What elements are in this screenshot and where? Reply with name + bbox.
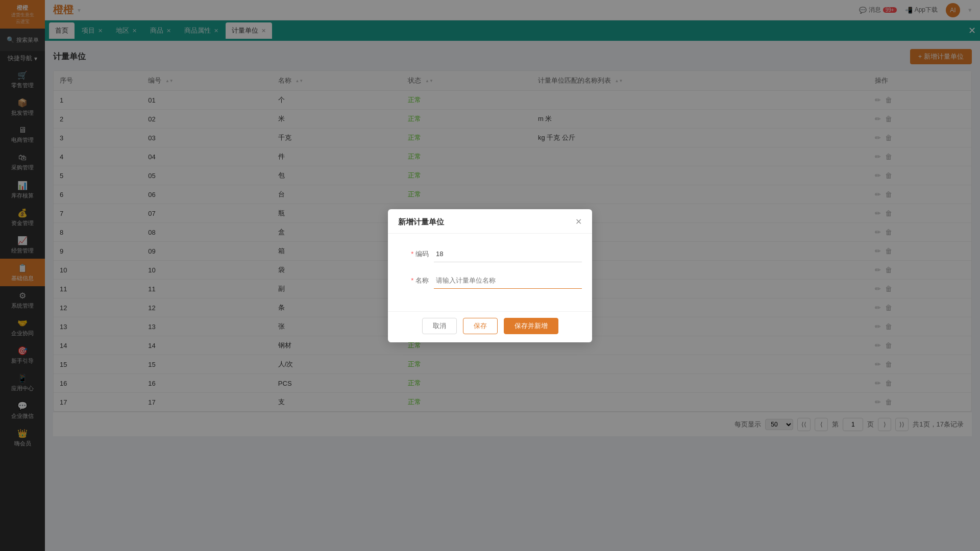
add-unit-modal: 新增计量单位 ✕ 编码 名称 取消 保存 保存并新增 xyxy=(388,209,592,342)
name-input[interactable] xyxy=(434,272,582,289)
modal-close-button[interactable]: ✕ xyxy=(575,218,582,226)
form-item-code: 编码 xyxy=(398,246,582,262)
modal-body: 编码 名称 xyxy=(388,234,592,311)
cancel-button[interactable]: 取消 xyxy=(422,318,457,334)
form-item-name: 名称 xyxy=(398,272,582,289)
modal-title: 新增计量单位 xyxy=(398,217,444,227)
modal-footer: 取消 保存 保存并新增 xyxy=(388,311,592,342)
modal-header: 新增计量单位 ✕ xyxy=(388,209,592,234)
form-label-name: 名称 xyxy=(398,276,429,285)
modal-overlay: 新增计量单位 ✕ 编码 名称 取消 保存 保存并新增 xyxy=(0,0,980,551)
form-label-code: 编码 xyxy=(398,249,429,259)
save-new-button[interactable]: 保存并新增 xyxy=(504,318,558,334)
save-button[interactable]: 保存 xyxy=(463,318,498,334)
code-input[interactable] xyxy=(434,246,582,262)
